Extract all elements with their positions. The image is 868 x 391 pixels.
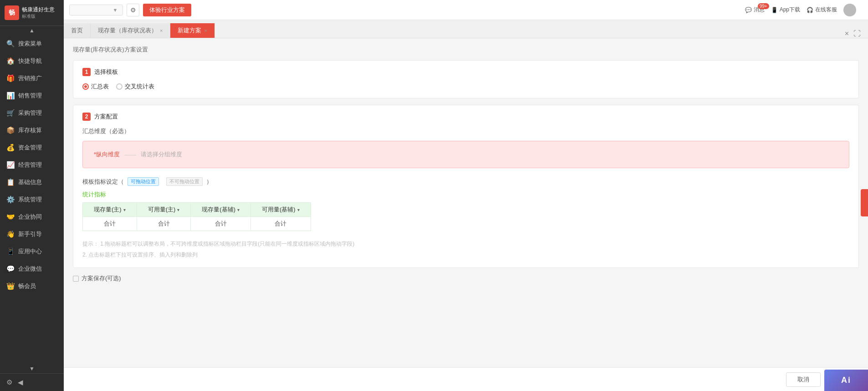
sidebar-item-sales[interactable]: 📊 销售管理 [0, 87, 64, 104]
window-close-btn[interactable]: × [845, 30, 849, 38]
tip-2: 2. 点击标题栏下拉可设置排序、插入列和删除列 [82, 249, 849, 260]
topbar-gear-button[interactable]: ⚙ [127, 4, 139, 16]
sidebar-item-operations[interactable]: 📈 经营管理 [0, 156, 64, 174]
sidebar-item-base[interactable]: 📋 基础信息 [0, 174, 64, 191]
message-icon: 💬 [745, 7, 752, 13]
col-dropdown-2[interactable]: 现存量(基辅) ▾ [202, 206, 240, 214]
tab-inventory-close[interactable]: × [160, 28, 163, 33]
section1-title: 选择模板 [94, 68, 118, 76]
settings-icon[interactable]: ⚙ [6, 378, 12, 386]
sidebar-label-apps: 应用中心 [18, 247, 42, 256]
sidebar-label-inventory: 库存核算 [18, 126, 42, 134]
sidebar-icon-operations: 📈 [6, 161, 15, 169]
sidebar-item-search[interactable]: 🔍 搜索菜单 [0, 35, 64, 52]
col-header-1: 可用量(主) ▾ [137, 203, 191, 217]
sidebar-item-wechat[interactable]: 💬 企业微信 [0, 260, 64, 278]
collapse-sidebar-icon[interactable]: ◀ [18, 378, 23, 386]
tab-inventory[interactable]: 现存量（库存状况表） × [91, 23, 170, 38]
col-header-3: 可用量(基辅) ▾ [251, 203, 311, 217]
save-checkbox[interactable] [73, 276, 79, 282]
tab-new-plan-close[interactable]: × [204, 28, 207, 33]
col-chevron-2: ▾ [237, 207, 240, 212]
bottom-bar: 取消 查询 [64, 367, 868, 391]
logo-icon: 畅 [5, 5, 19, 20]
sidebar-label-member: 畅会员 [18, 282, 36, 290]
stats-title: 统计指标 [82, 190, 849, 199]
indicators-suffix: ） [206, 178, 212, 186]
app-icon: 📱 [771, 7, 778, 13]
sidebar-item-purchase[interactable]: 🛒 采购管理 [0, 104, 64, 122]
sidebar-item-inventory[interactable]: 📦 库存核算 [0, 122, 64, 139]
window-expand-btn[interactable]: ⛶ [853, 30, 861, 38]
sidebar-label-search: 搜索菜单 [18, 40, 42, 48]
col-dropdown-1[interactable]: 可用量(主) ▾ [148, 206, 180, 214]
indicators-prefix: 模板指标设定（ [82, 178, 124, 186]
sidebar-item-apps[interactable]: 📱 应用中心 [0, 243, 64, 260]
cancel-button[interactable]: 取消 [786, 372, 821, 387]
col-label-2: 现存量(基辅) [202, 206, 235, 214]
trial-btn[interactable]: 体验行业方案 [143, 4, 191, 16]
sidebar-item-system[interactable]: ⚙️ 系统管理 [0, 191, 64, 208]
sidebar-label-operations: 经营管理 [18, 161, 42, 169]
non-draggable-tag: 不可拖动位置 [166, 177, 203, 186]
sidebar-icon-newbie: 👋 [6, 230, 15, 238]
section2-header: 2 方案配置 [82, 113, 849, 121]
radio-cross-dot [116, 83, 123, 90]
tab-home[interactable]: 首页 [64, 23, 91, 38]
topbar: ▼ ⚙ 体验行业方案 💬 消息 99+ 📱 App下载 🎧 在线客服 [64, 0, 868, 20]
tab-inventory-label: 现存量（库存状况表） [98, 26, 157, 35]
sidebar-scroll-down[interactable]: ▼ [0, 364, 64, 373]
sidebar-icon-search: 🔍 [6, 40, 15, 48]
sidebar-icon-purchase: 🛒 [6, 109, 15, 117]
col-chevron-3: ▾ [297, 207, 300, 212]
sidebar-item-newbie[interactable]: 👋 新手引导 [0, 226, 64, 243]
cell-0-1: 合计 [137, 217, 191, 231]
stats-header-row: 现存量(主) ▾ 可用量(主) ▾ [83, 203, 311, 217]
sidebar-item-cooperation[interactable]: 🤝 企业协同 [0, 208, 64, 226]
save-row: 方案保存(可选) [73, 274, 859, 283]
search-input[interactable] [73, 7, 110, 13]
right-scroll-hint[interactable] [861, 189, 868, 216]
draggable-tag: 可拖动位置 [128, 177, 159, 186]
main-area: ▼ ⚙ 体验行业方案 💬 消息 99+ 📱 App下载 🎧 在线客服 首页 [64, 0, 868, 391]
sidebar-nav: 🔍 搜索菜单 🏠 快捷导航 🎁 营销推广 📊 销售管理 🛒 采购管理 📦 库存核… [0, 35, 64, 364]
logo-text: 畅康通好生意 标准版 [22, 6, 55, 20]
radio-summary[interactable]: 汇总表 [82, 82, 109, 91]
tip-1: 提示： 1.拖动标题栏可以调整布局，不可跨维度或指标区域拖动栏目字段(只能在同一… [82, 238, 849, 249]
search-dropdown-icon[interactable]: ▼ [112, 6, 119, 14]
topbar-search[interactable]: ▼ [69, 5, 123, 15]
col-dropdown-3[interactable]: 可用量(基辅) ▾ [262, 206, 300, 214]
sidebar-logo: 畅 畅康通好生意 标准版 [0, 0, 64, 26]
sidebar-item-nav[interactable]: 🏠 快捷导航 [0, 52, 64, 70]
topbar-right: 💬 消息 99+ 📱 App下载 🎧 在线客服 [745, 4, 863, 16]
col-chevron-1: ▾ [177, 207, 179, 212]
col-dropdown-0[interactable]: 现存量(主) ▾ [94, 206, 126, 214]
tips-section: 提示： 1.拖动标题栏可以调整布局，不可跨维度或指标区域拖动栏目字段(只能在同一… [82, 238, 849, 260]
sidebar-label-system: 系统管理 [18, 196, 42, 204]
sidebar-item-marketing[interactable]: 🎁 营销推广 [0, 70, 64, 87]
tabs-bar: 首页 现存量（库存状况表） × 新建方案 × × ⛶ [64, 20, 868, 38]
topbar-app-download[interactable]: 📱 App下载 [771, 6, 800, 14]
sidebar-icon-inventory: 📦 [6, 126, 15, 134]
radio-cross[interactable]: 交叉统计表 [116, 82, 154, 91]
dim-label: 汇总维度（必选） [82, 127, 849, 135]
sidebar-scroll-up[interactable]: ▲ [0, 26, 64, 35]
topbar-online-service[interactable]: 🎧 在线客服 [807, 6, 837, 14]
sidebar-label-newbie: 新手引导 [18, 230, 42, 238]
ai-badge[interactable]: Ai [824, 370, 868, 391]
required-dash: —— [124, 151, 136, 158]
save-label[interactable]: 方案保存(可选) [82, 274, 121, 283]
indicators-label: 模板指标设定（ 可拖动位置 不可拖动位置 ） [82, 177, 849, 186]
section-config: 2 方案配置 汇总维度（必选） *纵向维度 —— 请选择分组维度 模板指标设定（… [73, 105, 859, 268]
sidebar-icon-marketing: 🎁 [6, 74, 15, 82]
topbar-messages[interactable]: 💬 消息 99+ [745, 6, 765, 14]
required-placeholder[interactable]: 请选择分组维度 [141, 150, 182, 159]
sidebar-icon-apps: 📱 [6, 247, 15, 256]
user-avatar[interactable] [843, 4, 856, 16]
sidebar-item-member[interactable]: 👑 畅会员 [0, 278, 64, 295]
tab-new-plan[interactable]: 新建方案 × [170, 23, 214, 38]
sidebar-item-finance[interactable]: 💰 资金管理 [0, 139, 64, 156]
section-template: 1 选择模板 汇总表 交叉统计表 [73, 60, 859, 98]
cell-0-2: 合计 [191, 217, 251, 231]
message-badge: 99+ [758, 3, 769, 9]
